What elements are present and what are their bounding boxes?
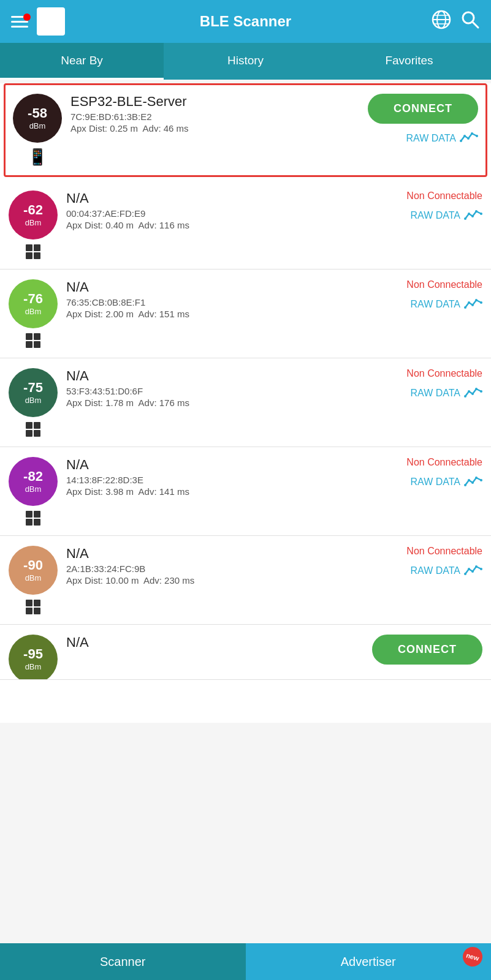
device-dist: Apx Dist: 3.98 m Adv: 141 ms (66, 486, 398, 497)
raw-data-row: RAW DATA (411, 563, 482, 579)
globe-icon[interactable] (431, 9, 452, 34)
svg-point-24 (460, 140, 462, 142)
tab-history[interactable]: History (164, 43, 327, 80)
grid-icon (26, 511, 40, 526)
svg-rect-15 (53, 31, 59, 33)
svg-rect-13 (53, 27, 55, 29)
chart-icon[interactable] (464, 474, 482, 490)
svg-point-26 (467, 137, 470, 140)
device-info: N/A 14:13:8F:22:8D:3E Apx Dist: 3.98 m A… (66, 457, 398, 497)
svg-point-44 (464, 484, 466, 486)
chart-icon[interactable] (464, 208, 482, 224)
signal-indicator: -90 dBm (9, 546, 58, 595)
device-card: -90 dBm N/A 2A:1B:33:24:FC:9B Apx Dist: … (0, 536, 491, 625)
raw-data-button[interactable]: RAW DATA (411, 565, 460, 576)
connect-button[interactable]: CONNECT (372, 635, 482, 665)
svg-point-45 (468, 479, 470, 481)
device-card-partial: -95 dBm N/A CONNECT (0, 625, 491, 680)
svg-point-43 (480, 390, 482, 393)
qr-code-button[interactable] (37, 7, 65, 36)
device-mac: 7C:9E:BD:61:3B:E2 (70, 111, 359, 122)
grid-icon (26, 244, 40, 259)
grid-icon (26, 422, 40, 437)
svg-point-31 (471, 215, 474, 217)
device-info: N/A 53:F3:43:51:D0:6F Apx Dist: 1.78 m A… (66, 368, 398, 408)
device-dist: Apx Dist: 10.00 m Adv: 230 ms (66, 575, 398, 586)
device-card: -62 dBm N/A 00:04:37:AE:FD:E9 Apx Dist: … (0, 181, 491, 270)
chart-icon[interactable] (464, 385, 482, 401)
chart-icon[interactable] (460, 130, 478, 147)
advertiser-nav-button[interactable]: Advertiser new (246, 943, 492, 980)
svg-point-53 (480, 568, 482, 570)
raw-data-button[interactable]: RAW DATA (411, 299, 460, 310)
raw-data-button[interactable]: RAW DATA (411, 388, 460, 399)
tab-nearby[interactable]: Near By (0, 43, 164, 80)
svg-point-41 (471, 393, 474, 395)
svg-point-33 (480, 213, 482, 215)
svg-rect-11 (56, 23, 59, 26)
connect-button[interactable]: CONNECT (368, 94, 478, 124)
device-name: N/A (66, 635, 363, 650)
chart-icon[interactable] (464, 563, 482, 579)
svg-point-29 (464, 217, 466, 220)
device-info: N/A 76:35:CB:0B:8E:F1 Apx Dist: 2.00 m A… (66, 279, 398, 319)
non-connectable-label: Non Connectable (406, 190, 482, 202)
svg-rect-16 (60, 29, 63, 33)
device-info: N/A 00:04:37:AE:FD:E9 Apx Dist: 0.40 m A… (66, 190, 398, 230)
svg-point-27 (471, 132, 473, 135)
device-name: ESP32-BLE-Server (70, 94, 359, 110)
device-mac: 76:35:CB:0B:8E:F1 (66, 297, 398, 307)
raw-data-row: RAW DATA (406, 130, 478, 147)
device-actions: CONNECT (372, 635, 482, 665)
non-connectable-label: Non Connectable (406, 279, 482, 290)
device-name: N/A (66, 368, 398, 384)
raw-data-button[interactable]: RAW DATA (411, 210, 460, 221)
raw-data-row: RAW DATA (411, 474, 482, 490)
svg-point-42 (475, 388, 478, 390)
menu-button[interactable] (11, 16, 28, 28)
svg-rect-14 (56, 27, 63, 29)
device-actions: Non Connectable RAW DATA (406, 190, 482, 224)
raw-data-row: RAW DATA (411, 296, 482, 312)
device-name: N/A (66, 190, 398, 206)
device-info: ESP32-BLE-Server 7C:9E:BD:61:3B:E2 Apx D… (70, 94, 359, 134)
svg-line-23 (473, 22, 478, 28)
app-header: BLE Scanner (0, 0, 491, 43)
raw-data-button[interactable]: RAW DATA (406, 133, 456, 144)
svg-point-49 (464, 573, 466, 575)
device-actions: Non Connectable RAW DATA (406, 368, 482, 401)
svg-point-46 (471, 481, 474, 484)
svg-rect-12 (60, 23, 63, 26)
svg-point-25 (463, 135, 466, 137)
grid-icon (26, 333, 40, 348)
device-dist: Apx Dist: 1.78 m Adv: 176 ms (66, 398, 398, 408)
svg-point-35 (468, 301, 470, 304)
phone-icon: 📱 (28, 148, 47, 167)
svg-point-37 (475, 299, 478, 301)
tab-favorites[interactable]: Favorites (327, 43, 491, 80)
raw-data-row: RAW DATA (411, 208, 482, 224)
signal-indicator: -58 dBm (13, 94, 62, 143)
svg-point-50 (468, 568, 470, 570)
chart-icon[interactable] (464, 296, 482, 312)
svg-point-47 (475, 477, 478, 479)
svg-rect-10 (53, 23, 55, 26)
device-info: N/A (66, 635, 363, 652)
scanner-nav-button[interactable]: Scanner (0, 943, 246, 980)
bottom-navigation: Scanner Advertiser new (0, 943, 491, 980)
device-dist: Apx Dist: 2.00 m Adv: 151 ms (66, 309, 398, 319)
raw-data-button[interactable]: RAW DATA (411, 477, 460, 488)
svg-point-34 (464, 306, 466, 309)
device-name: N/A (66, 546, 398, 562)
svg-point-51 (471, 570, 474, 573)
search-icon[interactable] (460, 10, 480, 34)
device-card: -75 dBm N/A 53:F3:43:51:D0:6F Apx Dist: … (0, 358, 491, 447)
device-mac: 14:13:8F:22:8D:3E (66, 475, 398, 485)
signal-indicator: -82 dBm (9, 457, 58, 506)
device-dist: Apx Dist: 0.40 m Adv: 116 ms (66, 220, 398, 230)
raw-data-row: RAW DATA (411, 385, 482, 401)
header-right (431, 9, 480, 34)
device-card: -58 dBm 📱 ESP32-BLE-Server 7C:9E:BD:61:3… (4, 83, 487, 177)
new-badge: new (460, 944, 484, 968)
notification-dot (23, 13, 31, 21)
